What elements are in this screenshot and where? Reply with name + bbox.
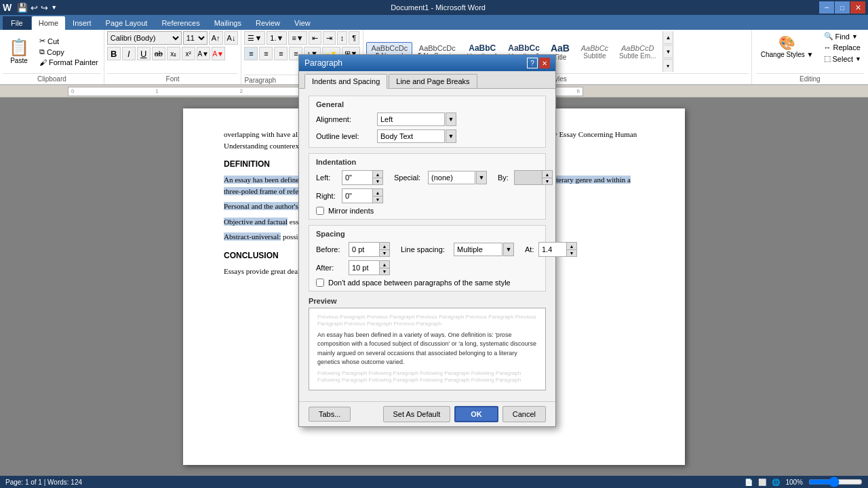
cancel-btn[interactable]: Cancel (502, 406, 546, 422)
increase-indent-btn[interactable]: ⇥ (323, 31, 336, 45)
decrease-indent-btn[interactable]: ⇤ (309, 31, 321, 45)
underline-btn[interactable]: U (137, 47, 151, 60)
styles-expand[interactable]: ▾ (663, 59, 673, 72)
dialog-title: Paragraph (304, 58, 342, 68)
dont-add-space-checkbox[interactable] (316, 279, 324, 287)
alignment-dropdown-btn[interactable]: ▼ (446, 113, 456, 126)
before-input[interactable] (349, 243, 379, 256)
alignment-input[interactable] (377, 113, 445, 126)
after-down[interactable]: ▼ (380, 268, 389, 274)
cut-btn[interactable]: ✂ Cut (37, 36, 101, 46)
bullets-btn[interactable]: ☰▼ (244, 31, 265, 45)
tab-view[interactable]: View (288, 16, 317, 30)
find-btn[interactable]: 🔍 Find ▼ (821, 31, 865, 41)
align-left-btn[interactable]: ≡ (244, 47, 258, 60)
qa-undo[interactable]: ↩ (31, 3, 38, 13)
line-spacing-dropdown-btn[interactable]: ▼ (503, 243, 514, 256)
dialog-close-btn[interactable]: ✕ (539, 58, 550, 68)
tab-references[interactable]: References (155, 16, 206, 30)
tab-file[interactable]: File (3, 16, 31, 30)
view-print-btn[interactable]: 📄 (745, 479, 753, 486)
alignment-label: Alignment: (316, 115, 372, 123)
styles-scroll-up[interactable]: ▲ (663, 31, 673, 44)
italic-btn[interactable]: I (122, 47, 136, 60)
tab-line-breaks[interactable]: Line and Page Breaks (389, 74, 477, 88)
style-subtle-em[interactable]: AaBbCcD Subtle Em... (614, 42, 660, 62)
paste-btn[interactable]: 📋 Paste (3, 31, 35, 72)
font-size-select[interactable]: 11 (183, 31, 208, 45)
change-styles-btn[interactable]: 🎨 Change Styles ▼ (756, 31, 818, 62)
line-spacing-input[interactable] (454, 243, 502, 256)
qa-dropdown[interactable]: ▼ (51, 4, 57, 11)
indent-left-down[interactable]: ▼ (373, 178, 382, 184)
numbering-btn[interactable]: 1.▼ (267, 31, 287, 45)
at-up[interactable]: ▲ (567, 243, 576, 249)
shrink-font-btn[interactable]: A↓ (224, 31, 239, 45)
view-web-btn[interactable]: 🌐 (772, 479, 780, 486)
special-input[interactable] (428, 171, 475, 184)
font-color-btn[interactable]: A▼ (212, 47, 225, 60)
set-default-btn[interactable]: Set As Default (383, 406, 451, 422)
outline-dropdown-btn[interactable]: ▼ (446, 129, 456, 143)
indent-right-down[interactable]: ▼ (373, 196, 382, 203)
by-input[interactable] (515, 171, 542, 184)
minimize-btn[interactable]: − (819, 1, 834, 14)
bold-btn[interactable]: B (107, 47, 121, 60)
special-dropdown-btn[interactable]: ▼ (476, 171, 487, 184)
indent-left-label: Left: (316, 174, 339, 182)
multilevel-btn[interactable]: ≡▼ (288, 31, 307, 45)
maximize-btn[interactable]: □ (835, 1, 850, 14)
strikethrough-btn[interactable]: ab (152, 47, 165, 60)
mirror-indents-checkbox[interactable] (316, 207, 324, 215)
spacing-label: Spacing (316, 230, 538, 238)
by-down[interactable]: ▼ (542, 178, 552, 184)
style-subtitle[interactable]: AaBbCc Subtitle (576, 42, 614, 62)
paragraph-dialog[interactable]: Paragraph ? ✕ Indents and Spacing Line a… (298, 54, 556, 427)
editing-label: Editing (756, 73, 864, 84)
subscript-btn[interactable]: x₂ (167, 47, 180, 60)
preview-section: Preview Previous Paragraph Previous Para… (309, 297, 546, 390)
indent-left-input[interactable] (342, 171, 372, 184)
font-name-select[interactable]: Calibri (Body) (107, 31, 182, 45)
dialog-help-btn[interactable]: ? (527, 58, 538, 68)
tab-page-layout[interactable]: Page Layout (99, 16, 155, 30)
tabs-btn[interactable]: Tabs... (309, 407, 351, 422)
sort-btn[interactable]: ↕ (337, 31, 348, 45)
format-painter-btn[interactable]: 🖌 Format Painter (37, 58, 101, 67)
close-btn[interactable]: ✕ (850, 1, 865, 14)
text-highlight-btn[interactable]: A▼ (197, 47, 210, 60)
font-label: Font (107, 73, 239, 84)
tab-home[interactable]: Home (32, 16, 65, 30)
copy-btn[interactable]: ⧉ Copy (37, 47, 101, 57)
indent-right-up[interactable]: ▲ (373, 189, 382, 196)
tab-mailings[interactable]: Mailings (208, 16, 248, 30)
after-up[interactable]: ▲ (380, 261, 389, 268)
qa-redo[interactable]: ↪ (41, 3, 48, 13)
by-up[interactable]: ▲ (542, 171, 552, 178)
outline-input[interactable] (377, 129, 445, 143)
before-up[interactable]: ▲ (380, 243, 389, 249)
styles-scroll-down[interactable]: ▼ (663, 45, 673, 58)
align-right-btn[interactable]: ≡ (274, 47, 288, 60)
superscript-btn[interactable]: x² (182, 47, 195, 60)
preview-main-text: An essay has been defined in a variety o… (317, 331, 537, 367)
tab-indents-spacing[interactable]: Indents and Spacing (304, 74, 387, 89)
qa-save[interactable]: 💾 (17, 3, 28, 13)
tab-insert[interactable]: Insert (66, 16, 98, 30)
view-fullscreen-btn[interactable]: ⬜ (758, 479, 766, 486)
select-btn[interactable]: ⬚ Select ▼ (821, 54, 865, 64)
grow-font-btn[interactable]: A↑ (209, 31, 223, 45)
show-formatting-btn[interactable]: ¶ (349, 31, 359, 45)
align-center-btn[interactable]: ≡ (259, 47, 273, 60)
tab-review[interactable]: Review (249, 16, 287, 30)
replace-btn[interactable]: ↔ Replace (821, 43, 865, 52)
after-input[interactable] (349, 261, 379, 274)
zoom-slider[interactable] (808, 479, 863, 485)
indent-left-up[interactable]: ▲ (373, 171, 382, 178)
indent-right-input[interactable] (342, 189, 372, 203)
ok-btn[interactable]: OK (454, 406, 498, 422)
at-down[interactable]: ▼ (567, 249, 576, 256)
at-input[interactable] (539, 243, 566, 256)
before-down[interactable]: ▼ (380, 249, 389, 256)
indentation-label: Indentation (316, 158, 538, 166)
